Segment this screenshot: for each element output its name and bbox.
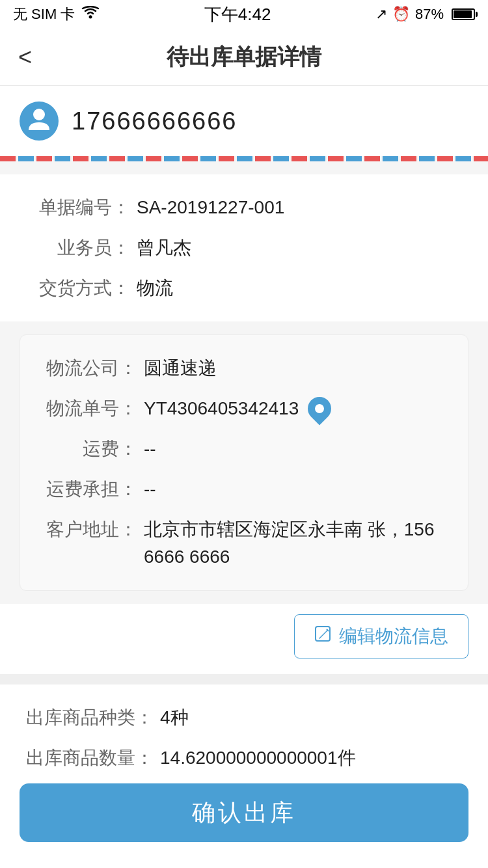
freight-bear-row: 运费承担： --: [40, 476, 448, 503]
goods-quantity-row: 出库商品数量： 14.620000000000001件: [26, 744, 462, 772]
battery-percent: 87%: [415, 6, 444, 23]
edit-btn-container: 编辑物流信息: [0, 604, 488, 674]
back-button[interactable]: <: [18, 44, 32, 71]
tracking-label: 物流单号：: [40, 395, 137, 422]
address-label: 客户地址：: [40, 516, 137, 543]
freight-bear-label: 运费承担：: [40, 476, 137, 503]
location-pin-icon[interactable]: [303, 392, 336, 426]
edit-logistics-button[interactable]: 编辑物流信息: [294, 614, 468, 658]
goods-types-label: 出库商品种类：: [26, 704, 154, 731]
location-active-icon: ↗: [375, 6, 387, 23]
confirm-outbound-button[interactable]: 确认出库: [20, 783, 468, 842]
edit-logistics-label: 编辑物流信息: [339, 624, 448, 649]
edit-icon: [314, 625, 332, 648]
wifi-icon: [81, 6, 100, 23]
svg-point-1: [33, 109, 45, 120]
goods-types-value: 4种: [160, 704, 462, 731]
alarm-icon: ⏰: [392, 6, 410, 23]
confirm-btn-wrapper: 确认出库: [0, 770, 488, 868]
freight-row: 运费： --: [40, 435, 448, 463]
status-time: 下午4:42: [204, 3, 271, 26]
salesman-value: 曾凡杰: [137, 234, 462, 262]
battery-icon: [452, 8, 475, 20]
nav-bar: < 待出库单据详情: [0, 29, 488, 86]
status-right: ↗ ⏰ 87%: [375, 6, 475, 23]
address-value: 北京市市辖区海淀区永丰南 张，156 6666 6666: [144, 516, 448, 571]
dashed-divider: [0, 156, 488, 161]
freight-value: --: [144, 435, 448, 463]
salesman-row: 业务员： 曾凡杰: [26, 234, 462, 262]
person-icon: [26, 105, 52, 137]
user-header: 17666666666: [0, 86, 488, 156]
tracking-row: 物流单号： YT4306405342413: [40, 395, 448, 422]
delivery-row: 交货方式： 物流: [26, 275, 462, 302]
address-row: 客户地址： 北京市市辖区海淀区永丰南 张，156 6666 6666: [40, 516, 448, 571]
status-bar: 无 SIM 卡 下午4:42 ↗ ⏰ 87%: [0, 0, 488, 29]
avatar: [20, 102, 59, 141]
tracking-value: YT4306405342413: [144, 395, 448, 422]
delivery-value: 物流: [137, 275, 462, 302]
order-number-row: 单据编号： SA-20191227-001: [26, 194, 462, 221]
user-phone: 17666666666: [72, 107, 237, 135]
order-number-label: 单据编号：: [26, 194, 130, 221]
freight-bear-value: --: [144, 476, 448, 503]
svg-rect-2: [316, 627, 330, 641]
goods-quantity-label: 出库商品数量：: [26, 744, 154, 772]
goods-quantity-value: 14.620000000000001件: [160, 744, 462, 772]
logistics-card: 物流公司： 圆通速递 物流单号： YT4306405342413 运费： -- …: [20, 334, 468, 591]
page-title: 待出库单据详情: [167, 42, 321, 72]
section-separator: [0, 674, 488, 685]
carrier-label: 无 SIM 卡: [13, 5, 75, 24]
salesman-label: 业务员：: [26, 234, 130, 262]
goods-types-row: 出库商品种类： 4种: [26, 704, 462, 731]
order-info-section: 单据编号： SA-20191227-001 业务员： 曾凡杰 交货方式： 物流: [0, 174, 488, 321]
logistics-company-label: 物流公司：: [40, 355, 137, 382]
status-left: 无 SIM 卡: [13, 5, 100, 24]
logistics-company-value: 圆通速递: [144, 355, 448, 382]
logistics-company-row: 物流公司： 圆通速递: [40, 355, 448, 382]
svg-point-0: [89, 16, 92, 19]
delivery-label: 交货方式：: [26, 275, 130, 302]
freight-label: 运费：: [40, 435, 137, 463]
order-number-value: SA-20191227-001: [137, 194, 462, 221]
